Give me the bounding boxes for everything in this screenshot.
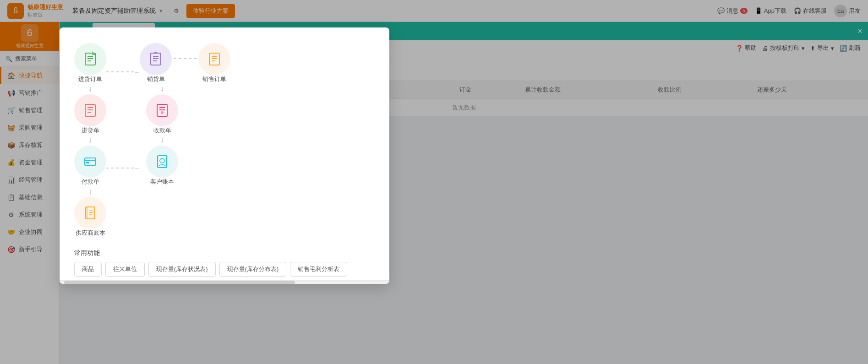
- purchase-bill-node: 进货单: [74, 94, 106, 135]
- modal-box: 进货订单 ↓ 进货单 ↓: [60, 27, 389, 284]
- common-function-btn[interactable]: 销售毛利分析表: [290, 262, 347, 277]
- dashed-line-bottom: [106, 168, 134, 168]
- modal-overlay[interactable]: 进货订单 ↓ 进货单 ↓: [60, 22, 868, 364]
- workflow-diagram: 进货订单 ↓ 进货单 ↓: [74, 38, 375, 242]
- svg-point-28: [161, 111, 164, 114]
- payment-label: 付款单: [82, 178, 99, 186]
- common-btns-area: 商品往来单位现存量(库存状况表)现存量(库存分布表)销售毛利分析表商品毛利分析销…: [74, 262, 375, 280]
- receipt-node: 收款单: [146, 94, 178, 135]
- sale-bill-circle: [140, 43, 172, 75]
- dashed-connector: [174, 58, 197, 59]
- receipt-circle: [146, 94, 178, 126]
- sale-bill-label: 销货单: [147, 75, 165, 83]
- h-arrow-top: →: [106, 56, 140, 88]
- svg-rect-12: [86, 207, 88, 219]
- customer-book-node: 客户账本: [146, 146, 178, 186]
- common-function-btn[interactable]: 商品: [74, 262, 102, 277]
- content-area: 首页 销售订单执行表 × × ❓ 帮助 🖨 按模板打印: [60, 22, 868, 364]
- arrow-2: ↓: [88, 135, 92, 146]
- sale-order-node: 销售订单: [198, 43, 230, 83]
- modal-scrollbar[interactable]: [60, 280, 389, 284]
- svg-rect-20: [154, 52, 157, 54]
- receipt-label: 收款单: [153, 126, 171, 135]
- svg-rect-8: [85, 158, 96, 165]
- arrow-5: ↓: [160, 135, 164, 146]
- h-arrows-area: → →: [106, 43, 140, 184]
- svg-point-30: [160, 158, 164, 163]
- wf-left-col: 进货订单 ↓ 进货单 ↓: [74, 43, 106, 237]
- arrow-right-bottom: →: [134, 165, 140, 172]
- top-row: 销货单 销售订单: [140, 43, 230, 83]
- sale-order-circle: [198, 43, 230, 75]
- arrow-4: ↓: [160, 83, 164, 94]
- svg-rect-10: [86, 162, 89, 163]
- arrow-1: ↓: [88, 83, 92, 94]
- payment-node: 付款单: [74, 146, 106, 186]
- sale-bill-node: 销货单: [140, 43, 172, 83]
- arrow-3: ↓: [88, 186, 92, 197]
- sale-order-label: 销售订单: [202, 75, 226, 83]
- arrow-right-top: →: [134, 69, 140, 76]
- common-function-btn[interactable]: 往来单位: [105, 262, 145, 277]
- common-function-btn[interactable]: 现存量(库存状况表): [148, 262, 216, 277]
- supplier-book-circle: [74, 197, 106, 229]
- purchase-order-circle: [74, 43, 106, 75]
- customer-book-label: 客户账本: [150, 178, 174, 186]
- customer-book-circle: [146, 146, 178, 178]
- purchase-bill-circle: [74, 94, 106, 126]
- common-function-btn[interactable]: 现存量(库存分布表): [219, 262, 287, 277]
- svg-rect-29: [158, 156, 167, 168]
- supplier-book-node: 供应商账本: [74, 197, 106, 237]
- modal-content: 进货订单 ↓ 进货单 ↓: [60, 27, 389, 280]
- payment-circle: [74, 146, 106, 178]
- wf-right-col: 销货单 销售订单: [140, 43, 230, 186]
- supplier-book-label: 供应商账本: [76, 229, 105, 237]
- common-functions: 常用功能 商品往来单位现存量(库存状况表)现存量(库存分布表)销售毛利分析表商品…: [74, 249, 375, 280]
- purchase-order-label: 进货订单: [78, 75, 102, 83]
- common-functions-title: 常用功能: [74, 249, 375, 257]
- dashed-line-top: [106, 71, 134, 72]
- h-arrow-bottom: →: [106, 152, 140, 184]
- purchase-bill-label: 进货单: [82, 126, 99, 135]
- scrollbar-thumb: [64, 281, 295, 284]
- purchase-order-node: 进货订单: [74, 43, 106, 83]
